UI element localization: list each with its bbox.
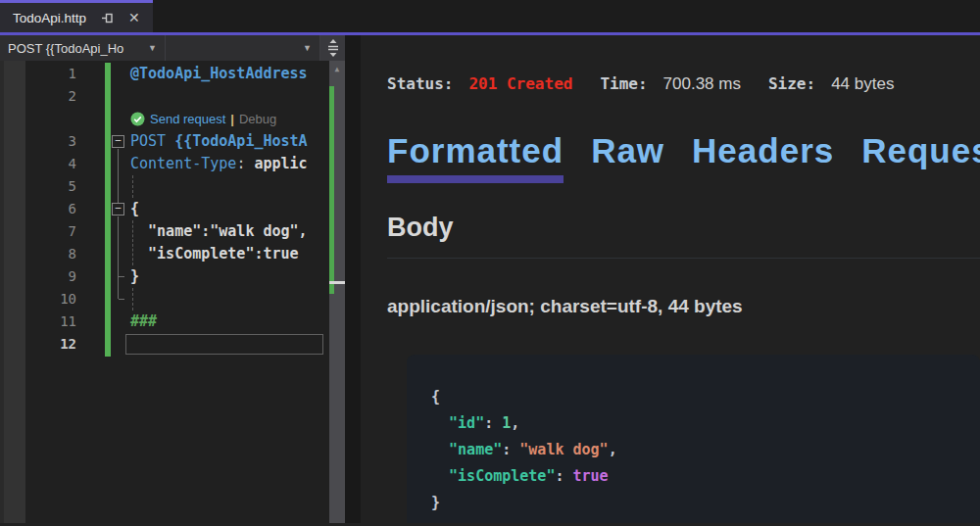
line-number[interactable]: 8 <box>25 243 76 265</box>
debug-link[interactable]: Debug <box>239 108 276 130</box>
line-number[interactable]: 3 <box>25 130 76 153</box>
editor-line[interactable]: 4Content-Type: applic <box>0 153 329 175</box>
response-status-row: Status:201 CreatedTime:700.38 msSize:44 … <box>387 74 980 94</box>
http-editor-toolbar: POST {{TodoApi_Ho ▼ ▼ <box>0 35 345 61</box>
editor-line[interactable]: 5 <box>0 175 329 198</box>
split-view-button[interactable] <box>320 35 345 61</box>
editor-line[interactable]: 11### <box>0 311 329 333</box>
editor-line[interactable]: 3POST {{TodoApi_HostA <box>0 130 329 153</box>
size-value: 44 bytes <box>831 74 894 93</box>
document-tab-bar: TodoApi.http ✕ <box>0 0 980 35</box>
fold-line-end <box>119 276 124 277</box>
response-pane: Status:201 CreatedTime:700.38 msSize:44 … <box>361 35 980 523</box>
indent-guide <box>132 288 133 311</box>
http-editor[interactable]: 1@TodoApi_HostAddress2Send request|Debug… <box>0 61 345 523</box>
tab-headers[interactable]: Headers <box>692 131 834 183</box>
json-line: "name": "walk dog", <box>431 437 980 463</box>
close-icon[interactable]: ✕ <box>128 11 140 24</box>
fold-line <box>118 149 119 203</box>
check-icon <box>130 112 145 126</box>
scrollbar-caret-marker <box>329 281 345 284</box>
status-value: 201 Created <box>468 74 572 93</box>
chevron-down-icon: ▼ <box>148 43 157 53</box>
time-label: Time: <box>600 74 647 93</box>
line-number[interactable]: 2 <box>25 85 76 108</box>
content-type-info: application/json; charset=utf-8, 44 byte… <box>387 296 980 317</box>
http-editor-pane: POST {{TodoApi_Ho ▼ ▼ <box>0 35 345 523</box>
codelens-separator: | <box>230 108 234 130</box>
body-section-heading: Body <box>387 211 980 244</box>
active-tab-underline <box>387 175 564 183</box>
response-view-tabs: Formatted Raw Headers Request <box>387 131 980 183</box>
line-number[interactable] <box>25 108 76 130</box>
line-number[interactable]: 12 <box>25 333 76 356</box>
workspace: POST {{TodoApi_Ho ▼ ▼ <box>0 35 980 523</box>
pin-icon[interactable] <box>101 12 114 24</box>
pane-divider[interactable] <box>345 35 361 523</box>
tab-title: TodoApi.http <box>13 11 86 25</box>
response-body-json: { "id": 1, "name": "walk dog", "isComple… <box>407 355 980 523</box>
change-tracking-bar <box>105 63 111 357</box>
line-number[interactable]: 7 <box>25 220 76 243</box>
fold-line-end <box>119 299 124 300</box>
scrollbar-change-annotation <box>329 86 334 294</box>
line-number[interactable]: 9 <box>25 265 76 288</box>
tab-request[interactable]: Request <box>861 131 980 183</box>
tab-formatted[interactable]: Formatted <box>387 131 564 183</box>
tab-todoapi-http[interactable]: TodoApi.http ✕ <box>0 0 153 32</box>
indent-guide <box>132 175 133 198</box>
send-request-link[interactable]: Send request <box>150 108 225 130</box>
json-line: "isComplete": true <box>431 463 980 490</box>
chevron-down-icon: ▼ <box>303 43 312 53</box>
request-selector-dropdown[interactable]: POST {{TodoApi_Ho ▼ <box>0 35 165 61</box>
json-line: { <box>431 384 980 410</box>
fold-collapse-icon[interactable] <box>112 203 124 215</box>
scrollbar-up-arrow-icon[interactable]: ▲ <box>329 65 345 74</box>
line-number[interactable]: 10 <box>25 288 76 311</box>
editor-line[interactable]: 6{ <box>0 198 329 220</box>
editor-line[interactable]: 7 "name":"walk dog", <box>0 220 329 243</box>
line-number[interactable]: 1 <box>25 63 76 85</box>
section-divider <box>387 258 980 259</box>
indent-guide <box>132 220 133 265</box>
fold-line <box>118 216 119 299</box>
split-view-icon <box>326 39 340 57</box>
editor-line[interactable]: 8 "isComplete":true <box>0 243 329 265</box>
request-selector-value: POST {{TodoApi_Ho <box>8 41 123 56</box>
line-number[interactable]: 11 <box>25 311 76 333</box>
time-value: 700.38 ms <box>663 74 741 93</box>
codelens-row[interactable]: Send request|Debug <box>0 108 329 130</box>
editor-line[interactable]: 10 <box>0 288 329 311</box>
line-number[interactable]: 6 <box>25 198 76 220</box>
current-line-highlight <box>125 334 323 355</box>
status-label: Status: <box>387 74 453 93</box>
json-line: "id": 1, <box>431 410 980 437</box>
editor-line[interactable]: 9} <box>0 265 329 288</box>
visual-studio-window: TodoApi.http ✕ POST {{TodoApi_Ho ▼ ▼ <box>0 0 980 526</box>
tab-raw[interactable]: Raw <box>591 131 664 183</box>
environment-selector-dropdown[interactable]: ▼ <box>166 35 319 61</box>
size-label: Size: <box>768 74 815 93</box>
editor-line[interactable]: 1@TodoApi_HostAddress <box>0 63 329 85</box>
editor-line[interactable]: 2 <box>0 85 329 108</box>
fold-collapse-icon[interactable] <box>112 135 124 148</box>
line-number[interactable]: 5 <box>25 175 76 198</box>
line-number[interactable]: 4 <box>25 153 76 175</box>
editor-lines: 1@TodoApi_HostAddress2Send request|Debug… <box>0 63 329 356</box>
json-line: } <box>431 490 980 516</box>
